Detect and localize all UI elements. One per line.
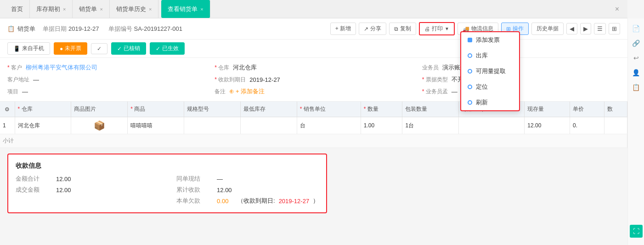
add-invoice-label: 添加发票: [476, 36, 500, 44]
col-product: * 商品: [128, 102, 184, 117]
dropdown-outbound[interactable]: 出库: [461, 48, 519, 63]
tab-inventory-init[interactable]: 库存期初 ×: [30, 0, 73, 18]
tab-check-sales[interactable]: 查看销货单 ×: [161, 0, 210, 18]
locate-label: 定位: [476, 83, 488, 91]
tab-check-sales-close[interactable]: ×: [200, 6, 203, 12]
dropdown-quantity-extract[interactable]: 可用量提取: [461, 63, 519, 79]
doc-number-label: 单据编号: [108, 25, 132, 33]
subtotal-row: 小计: [0, 134, 627, 148]
doc-title: 📋 销货单: [7, 25, 35, 33]
cumulative-value: 12.00: [217, 187, 232, 194]
product-table-wrap: ⚙ * 仓库 商品图片 * 商品 规格型号 最低库存 * 销售单位 * 数量: [0, 101, 627, 148]
sidebar-user-icon[interactable]: 👤: [630, 66, 643, 79]
row-spec: [184, 117, 241, 134]
operate-dropdown: 添加发票 出库 可用量提取 定位 刷新: [460, 31, 520, 111]
cumulative-label: 累计收款: [176, 186, 213, 194]
window-close-button[interactable]: ×: [611, 5, 623, 13]
row-current-stock: 12.00: [525, 117, 570, 134]
customer-value[interactable]: 柳州粤港平安气体有限公司: [26, 63, 97, 72]
due-date-row: 收款到期日 2019-12-27: [215, 75, 412, 84]
sidebar-clipboard-icon[interactable]: 📋: [630, 81, 643, 94]
amount-total-label: 金额合计: [16, 175, 52, 183]
tab-bar: 首页 库存期初 × 销货单 × 销货单历史 × 查看销货单 × ×: [0, 0, 627, 18]
tab-home[interactable]: 首页: [5, 0, 30, 18]
project-value: —: [22, 88, 28, 95]
effective-button[interactable]: ✓ 已生效: [150, 42, 185, 55]
grid-view-button[interactable]: ☰: [594, 23, 606, 34]
copy-label: 复制: [400, 25, 411, 33]
history-button[interactable]: 历史单据: [531, 23, 564, 35]
effective-label: 已生效: [162, 45, 179, 52]
prev-nav-button[interactable]: ◀: [566, 23, 577, 34]
amount-total-value: 12.00: [56, 176, 71, 182]
col-spec: 规格型号: [184, 102, 241, 117]
tab-sales-order-label: 销货单: [79, 5, 97, 13]
tab-sales-history-close[interactable]: ×: [149, 6, 152, 12]
balance-note-text: （收款到期日:: [237, 197, 275, 205]
dropdown-add-invoice[interactable]: 添加发票: [461, 32, 519, 48]
from-phone-label: 来自手机: [22, 45, 44, 52]
dropdown-locate[interactable]: 定位: [461, 79, 519, 95]
row-qty: 1.00: [361, 117, 402, 134]
share-button[interactable]: ↗ 分享: [359, 23, 386, 35]
ticket-type-row: 票据类型 不开票: [422, 75, 620, 84]
gear-col[interactable]: ⚙: [0, 102, 15, 117]
refresh-icon: [468, 100, 472, 105]
payment-info-grid: 金额合计 12.00 成交金额 12.00 同单现结 — 累计收款: [16, 175, 319, 205]
tab-sales-history[interactable]: 销货单历史 ×: [110, 0, 158, 18]
not-open-label: 未开票: [65, 45, 81, 52]
history-label: 历史单据: [537, 25, 559, 33]
payment-info-box: 收款信息 金额合计 12.00 成交金额 12.00 同单现结 —: [7, 154, 327, 213]
not-open-button[interactable]: ● 未开票: [54, 42, 87, 55]
warehouse-label: 仓库: [215, 64, 229, 72]
table-row: 1 河北仓库 📦 嘻嘻嘻嘻 台 1.00 1台 12.00 0.: [0, 117, 627, 134]
col-price: 单价: [570, 102, 604, 117]
from-phone-button[interactable]: 📱 来自手机: [7, 42, 50, 55]
list-view-button[interactable]: ⊞: [609, 23, 620, 34]
quantity-extract-icon: [468, 69, 472, 74]
sold-out-label: 已核销: [124, 45, 140, 52]
balance-date: 2019-12-27: [279, 198, 310, 205]
col-pack-qty: 包装数量: [402, 102, 459, 117]
col-warehouse: * 仓库: [15, 102, 71, 117]
row-available: [459, 117, 525, 134]
row-min-stock: [240, 117, 297, 134]
dropdown-refresh[interactable]: 刷新: [461, 95, 519, 110]
product-image: 📦: [94, 120, 105, 131]
col-extra: 数: [604, 102, 627, 117]
circle-icon: ●: [60, 46, 63, 52]
add-note-label: + 添加备注: [236, 88, 265, 95]
project-label: 项目: [7, 88, 18, 96]
warehouse-value: 河北仓库: [233, 63, 257, 72]
tab-inventory-close[interactable]: ×: [63, 6, 66, 12]
tab-home-label: 首页: [11, 5, 23, 13]
note-add-btn[interactable]: ⊕ + 添加备注: [229, 87, 265, 96]
balance-value: 0.00: [217, 198, 228, 205]
tab-sales-order-close[interactable]: ×: [100, 6, 102, 12]
due-date-label: 收款到期日: [215, 76, 246, 84]
address-label: 客户地址: [7, 76, 29, 84]
note-row: 备注 ⊕ + 添加备注: [215, 87, 412, 96]
copy-button[interactable]: ⧉ 复制: [389, 23, 416, 35]
sold-out-button[interactable]: ✓ 已核销: [111, 42, 146, 55]
staff-row: 业务员 演示账号: [422, 63, 620, 72]
doc-type-icon: 📋: [7, 25, 15, 32]
share-icon: ↗: [364, 26, 368, 32]
col-qty: * 数量: [361, 102, 402, 117]
tab-sales-order[interactable]: 销货单 ×: [73, 0, 109, 18]
effective-check: ✓: [156, 46, 160, 52]
col-image: 商品图片: [71, 102, 128, 117]
print-button[interactable]: 🖨 打印 ▼: [419, 22, 455, 35]
sidebar-doc-icon[interactable]: 📄: [630, 22, 643, 35]
next-nav-button[interactable]: ▶: [580, 23, 591, 34]
new-button[interactable]: + 新增: [330, 23, 356, 35]
doc-number-value: SA-20191227-001: [134, 25, 183, 32]
check-icon-button[interactable]: ✓: [91, 43, 107, 54]
sidebar-return-icon[interactable]: ↩: [630, 51, 643, 64]
sidebar-link-icon[interactable]: 🔗: [630, 37, 643, 50]
row-unit: 台: [297, 117, 361, 134]
row-image: 📦: [71, 117, 128, 134]
due-date-value: 2019-12-27: [249, 76, 280, 83]
form-area: 客户 柳州粤港平安气体有限公司 仓库 河北仓库 业务员 演示账号 客户地址 — …: [0, 58, 627, 101]
amount-total-row: 金额合计 12.00 成交金额 12.00: [16, 175, 158, 205]
